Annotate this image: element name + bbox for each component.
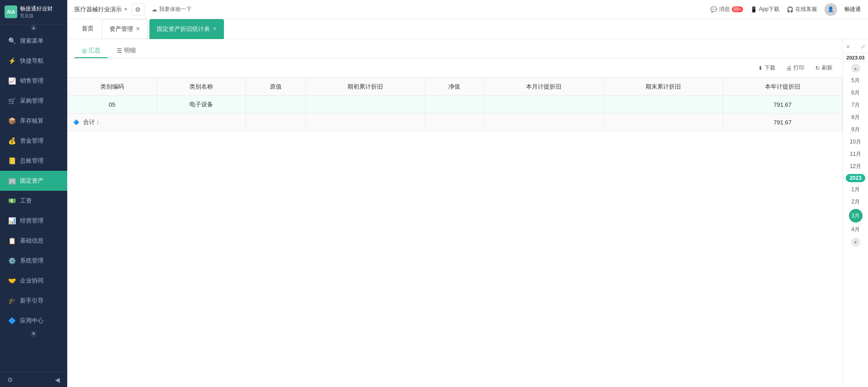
inventory-icon: 📦 (7, 116, 16, 125)
sidebar-logo: AtA 畅捷通好业财 普及版 (0, 0, 67, 25)
cell-name: 电子设备 (157, 96, 246, 114)
salary-icon: 💵 (7, 196, 16, 205)
month-item-12[interactable]: 12月 (843, 160, 868, 173)
sub-tab-detail[interactable]: ☰ 明细 (109, 44, 143, 58)
sidebar-item-search[interactable]: 🔍 搜索菜单 (0, 31, 67, 51)
download-label: 下载 (764, 64, 775, 72)
month-item-11[interactable]: 11月 (843, 148, 868, 160)
tab-close-asset[interactable]: ✕ (136, 26, 140, 32)
settings-footer-icon[interactable]: ⚙ (7, 376, 13, 383)
sidebar-item-inventory[interactable]: 📦 库存核算 (0, 111, 67, 131)
col-original: 原值 (246, 78, 305, 96)
quick-nav-icon: ⚡ (7, 56, 16, 65)
sidebar-item-fixed-assets[interactable]: 🏢 固定资产 (0, 171, 67, 191)
mobile-icon: 📱 (750, 6, 757, 13)
sub-tab-summary[interactable]: ◎ 汇总 (74, 44, 108, 58)
print-icon: 🖨 (786, 65, 792, 71)
sidebar-item-finance[interactable]: 💰 资金管理 (0, 131, 67, 151)
collapse-icon[interactable]: ◀ (55, 376, 60, 383)
tabs-bar: 首页 资产管理 ✕ 固定资产折旧统计表 ✕ (67, 19, 868, 39)
month-item-3-active[interactable]: 3月 (849, 209, 863, 223)
tab-home-label: 首页 (82, 25, 94, 33)
month-item-7[interactable]: 7月 (843, 99, 868, 111)
app-download-btn[interactable]: 📱 App下载 (750, 5, 779, 13)
total-label-cell: 🔷 合计： (68, 114, 246, 131)
sidebar-item-label: 基础信息 (20, 237, 44, 245)
experience-btn[interactable]: ☁ 我要体验一下 (148, 4, 195, 15)
tab-fixed-asset-depreciation[interactable]: 固定资产折旧统计表 ✕ (149, 19, 224, 39)
sidebar-item-salary[interactable]: 💵 工资 (0, 191, 67, 211)
month-item-5[interactable]: 5月 (843, 74, 868, 87)
col-net-value: 净值 (425, 78, 484, 96)
messages-btn[interactable]: 💬 消息 99+ (710, 5, 743, 13)
tab-asset-manage[interactable]: 资产管理 ✕ (102, 19, 148, 39)
topbar: 医疗器械行业演示 ▼ ⚙ ☁ 我要体验一下 💬 消息 99+ 📱 App下载 (67, 0, 868, 19)
sidebar-item-enterprise[interactable]: 🤝 企业协同 (0, 271, 67, 291)
avatar: 👤 (824, 3, 837, 16)
sidebar-item-label: 新手引导 (20, 297, 44, 305)
sidebar-item-system[interactable]: ⚙️ 系统管理 (0, 251, 67, 271)
month-item-8[interactable]: 8月 (843, 111, 868, 124)
sidebar-item-label: 应用中心 (20, 317, 44, 325)
cell-net-value (425, 96, 484, 114)
month-scroll-up[interactable]: ▲ (851, 64, 860, 73)
right-panel-header: ✕ ⤢ (843, 41, 868, 53)
month-item-1[interactable]: 1月 (843, 184, 868, 196)
tab-asset-manage-label: 资产管理 (109, 25, 133, 33)
guide-icon: 🎓 (7, 296, 16, 305)
month-item-10[interactable]: 10月 (843, 136, 868, 148)
sidebar-item-ledger[interactable]: 📒 总账管理 (0, 151, 67, 171)
topbar-settings-btn[interactable]: ⚙ (132, 3, 144, 16)
refresh-label: 刷新 (822, 64, 833, 72)
panel-expand-btn[interactable]: ⤢ (860, 43, 866, 51)
cell-original (246, 96, 305, 114)
tab-home[interactable]: 首页 (74, 19, 101, 39)
sidebar-item-sales[interactable]: 📈 销售管理 (0, 71, 67, 91)
sidebar-item-guide[interactable]: 🎓 新手引导 (0, 291, 67, 311)
total-end-dep (603, 114, 723, 131)
month-item-9[interactable]: 9月 (843, 124, 868, 136)
sidebar-item-quick-nav[interactable]: ⚡ 快捷导航 (0, 51, 67, 71)
right-panel: ✕ ⤢ 2023.03 ▲ 5月 6月 7月 8月 9月 10月 11月 12月… (843, 39, 868, 387)
tab-close-depreciation[interactable]: ✕ (213, 26, 217, 32)
content-main: ◎ 汇总 ☰ 明细 ⬇ 下载 🖨 打印 ↻ (67, 39, 843, 387)
company-selector[interactable]: 医疗器械行业演示 ▼ (74, 5, 128, 14)
username[interactable]: 畅捷通 (844, 5, 861, 13)
logo-sub: 普及版 (20, 13, 53, 19)
sidebar-item-basic-info[interactable]: 📋 基础信息 (0, 231, 67, 251)
month-item-6[interactable]: 6月 (843, 87, 868, 99)
summary-tab-label: 汇总 (89, 46, 100, 55)
sidebar-item-purchase[interactable]: 🛒 采购管理 (0, 91, 67, 111)
col-name: 类别名称 (157, 78, 246, 96)
month-scroll-down[interactable]: ▼ (851, 238, 860, 247)
experience-label: 我要体验一下 (159, 5, 192, 13)
sidebar-item-label: 搜索菜单 (20, 37, 44, 45)
company-dropdown-arrow: ▼ (124, 7, 128, 12)
company-name: 医疗器械行业演示 (74, 5, 122, 14)
print-btn[interactable]: 🖨 打印 (784, 62, 807, 74)
cell-monthly-dep (484, 96, 603, 114)
refresh-btn[interactable]: ↻ 刷新 (813, 62, 835, 74)
download-btn[interactable]: ⬇ 下载 (755, 62, 778, 74)
customer-service-label: 在线客服 (795, 5, 817, 13)
cell-initial-dep (305, 96, 425, 114)
scroll-up-btn[interactable]: ▲ (30, 25, 37, 31)
customer-service-btn[interactable]: 🎧 在线客服 (787, 5, 817, 13)
sidebar-item-app-center[interactable]: 🔷 应用中心 (0, 311, 67, 331)
total-label: 合计： (83, 119, 101, 125)
sidebar-item-label: 工资 (20, 197, 32, 205)
col-monthly-depreciation: 本月计提折旧 (484, 78, 603, 96)
panel-close-btn[interactable]: ✕ (845, 43, 851, 51)
scroll-down-btn[interactable]: ▼ (30, 331, 37, 337)
sidebar-item-label: 固定资产 (20, 177, 44, 185)
detail-tab-icon: ☰ (117, 47, 122, 54)
sidebar-item-operations[interactable]: 📊 经营管理 (0, 211, 67, 231)
sidebar-footer: ⚙ ◀ (0, 372, 67, 387)
sidebar-item-label: 系统管理 (20, 257, 44, 265)
app-download-label: App下载 (759, 5, 779, 13)
cell-code: 05 (68, 96, 157, 114)
print-label: 打印 (794, 64, 804, 72)
month-item-2[interactable]: 2月 (843, 196, 868, 208)
year-2023-label: 2023 (846, 174, 865, 182)
month-item-4[interactable]: 4月 (843, 223, 868, 236)
